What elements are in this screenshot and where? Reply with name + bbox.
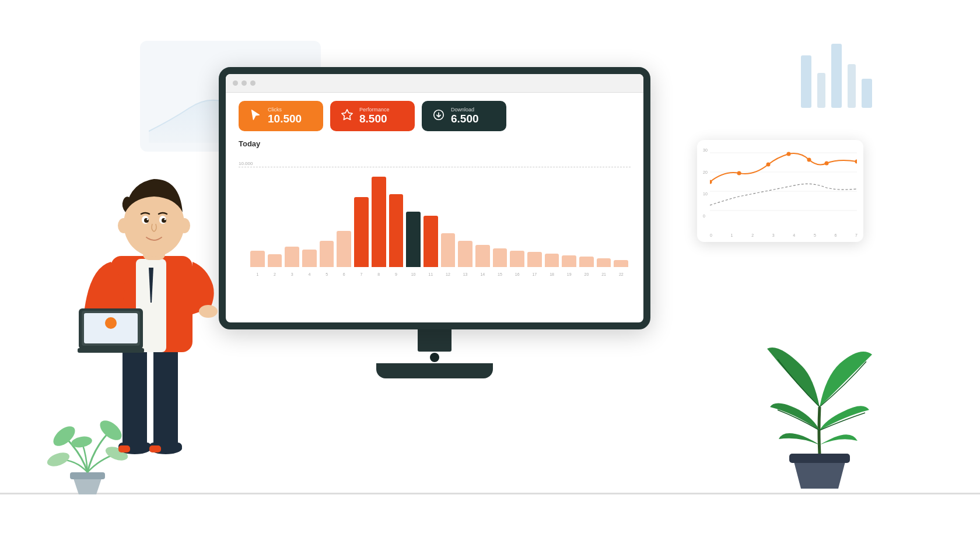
clicks-value: 10.500 — [268, 113, 302, 125]
bar-5 — [320, 241, 334, 267]
svg-point-9 — [807, 158, 811, 162]
bar-3 — [285, 247, 299, 267]
x-7: 7 — [354, 272, 369, 276]
bar-13 — [458, 241, 473, 267]
bg-bars-right — [801, 32, 872, 108]
svg-rect-12 — [123, 343, 147, 448]
svg-point-8 — [787, 152, 791, 156]
bar-4 — [302, 250, 317, 267]
bg-bar-5 — [862, 79, 872, 108]
x-18: 18 — [545, 272, 559, 276]
bar-14 — [475, 245, 490, 267]
download-card: Download 6.500 — [422, 101, 506, 131]
x-10: 10 — [406, 272, 421, 276]
svg-point-11 — [855, 160, 858, 164]
monitor-button — [430, 353, 439, 362]
dot-2 — [242, 80, 247, 86]
x-13: 13 — [458, 272, 473, 276]
svg-point-7 — [766, 163, 771, 167]
bar-17 — [527, 252, 542, 267]
x-5: 5 — [320, 272, 334, 276]
x-19: 19 — [562, 272, 576, 276]
bar-21 — [597, 258, 611, 267]
chart-section: Today 10.000 — [239, 139, 631, 279]
svg-point-30 — [199, 305, 218, 318]
svg-rect-13 — [153, 343, 178, 448]
x-12: 12 — [441, 272, 456, 276]
mini-chart-x-labels: 0 1 2 3 4 5 6 7 — [710, 233, 858, 237]
bar-12 — [441, 233, 456, 267]
y-0: 0 — [703, 214, 708, 218]
scene: Clicks 10.500 Performance — [0, 0, 980, 551]
svg-rect-47 — [789, 454, 850, 463]
svg-rect-16 — [118, 445, 130, 452]
clicks-text: Clicks 10.500 — [268, 107, 302, 125]
bar-15 — [493, 248, 508, 267]
performance-value: 8.500 — [359, 113, 390, 125]
svg-point-6 — [737, 171, 741, 176]
svg-rect-29 — [78, 348, 144, 353]
chart-wrapper: 10.000 — [239, 150, 631, 279]
x-2: 2 — [268, 272, 282, 276]
download-icon — [432, 108, 445, 124]
svg-point-38 — [164, 219, 166, 220]
cursor-icon — [249, 108, 262, 124]
download-text: Download 6.500 — [451, 107, 479, 125]
x-16: 16 — [510, 272, 524, 276]
person-illustration — [67, 128, 236, 495]
performance-text: Performance 8.500 — [359, 107, 390, 125]
y-30: 30 — [703, 148, 708, 152]
dot-3 — [250, 80, 256, 86]
mx-3: 3 — [772, 233, 775, 237]
clicks-label: Clicks — [268, 107, 302, 113]
bg-bar-2 — [817, 73, 825, 108]
monitor-titlebar — [226, 74, 643, 93]
star-icon — [341, 108, 354, 124]
mini-chart-svg — [710, 147, 857, 223]
x-6: 6 — [337, 272, 351, 276]
bar-18 — [545, 254, 559, 267]
bar-6 — [337, 231, 351, 267]
bar-9 — [389, 194, 404, 267]
y-20: 20 — [703, 170, 708, 174]
x-1: 1 — [250, 272, 265, 276]
download-value: 6.500 — [451, 113, 479, 125]
svg-point-37 — [147, 219, 149, 220]
download-label: Download — [451, 107, 479, 113]
svg-point-10 — [825, 162, 829, 166]
bar-16 — [510, 251, 524, 267]
x-17: 17 — [527, 272, 542, 276]
x-21: 21 — [597, 272, 611, 276]
x-22: 22 — [614, 272, 628, 276]
monitor-base — [376, 363, 493, 378]
plant-right — [755, 290, 884, 494]
bg-bar-4 — [848, 64, 856, 108]
mx-0: 0 — [710, 233, 712, 237]
bar-1 — [250, 251, 265, 267]
x-9: 9 — [389, 272, 404, 276]
x-8: 8 — [372, 272, 386, 276]
bars-area — [250, 165, 628, 267]
x-4: 4 — [302, 272, 317, 276]
bar-20 — [579, 257, 594, 267]
bg-bar-3 — [831, 44, 842, 108]
x-14: 14 — [475, 272, 490, 276]
mx-1: 1 — [731, 233, 733, 237]
svg-point-28 — [105, 317, 117, 329]
bar-2 — [268, 254, 282, 267]
performance-label: Performance — [359, 107, 390, 113]
y-reference-line — [239, 167, 631, 167]
bar-10 — [406, 212, 421, 267]
monitor: Clicks 10.500 Performance — [219, 67, 650, 378]
y-10: 10 — [703, 192, 708, 196]
bar-7 — [354, 197, 369, 267]
bar-22 — [614, 260, 628, 267]
bg-bar-1 — [801, 55, 811, 108]
mx-4: 4 — [793, 233, 795, 237]
mx-6: 6 — [834, 233, 836, 237]
monitor-screen: Clicks 10.500 Performance — [219, 67, 650, 329]
mx-2: 2 — [751, 233, 754, 237]
stat-cards-row: Clicks 10.500 Performance — [239, 101, 631, 131]
mx-5: 5 — [814, 233, 816, 237]
monitor-neck — [418, 329, 452, 352]
